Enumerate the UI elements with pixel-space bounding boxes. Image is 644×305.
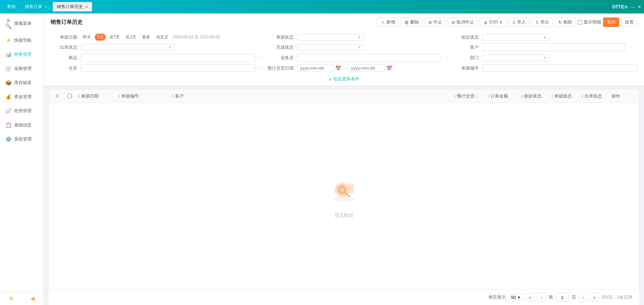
salesperson-filter-label: 业务员 xyxy=(267,55,297,61)
customer-more-icon[interactable]: ··· xyxy=(628,44,637,51)
topbar-close[interactable]: ✕ xyxy=(638,4,641,9)
sidebar-item-quick-nav[interactable]: ⚡ 快捷导航 xyxy=(0,33,43,47)
first-page-button[interactable]: « xyxy=(526,293,534,302)
show-detail-checkbox[interactable]: 显示明细 xyxy=(578,19,601,25)
date-1month[interactable]: 近1月 xyxy=(123,34,138,41)
dept-field: ▼ xyxy=(482,54,637,61)
col-header-amount[interactable]: ↕ 订单金额 xyxy=(485,93,519,99)
prev-page-icon: ‹ xyxy=(541,295,542,300)
sidebar-item-purchase-mgmt[interactable]: 🛒 采购管理 xyxy=(0,62,43,76)
per-page-select[interactable]: 50 ▼ xyxy=(509,294,523,301)
sidebar-item-search-menu[interactable]: ≡🔍 搜索菜单 xyxy=(0,13,43,33)
salesperson-more-icon[interactable]: ··· xyxy=(442,54,452,62)
out-status-field: ▼ xyxy=(81,44,267,51)
delivery-end-input[interactable] xyxy=(348,64,385,72)
delete-button[interactable]: 🗑 删除 xyxy=(401,17,423,27)
col-delivery-label: ↕ 预计交货... xyxy=(454,93,478,99)
query-button[interactable]: 查询 xyxy=(603,17,619,27)
warehouse-input[interactable] xyxy=(81,64,255,72)
complete-status-select[interactable]: ▼ xyxy=(297,44,364,51)
page-number-input[interactable] xyxy=(556,293,569,302)
pay-status-field: ▼ xyxy=(482,34,637,41)
goods-more-icon[interactable]: ··· xyxy=(257,54,267,62)
export-button[interactable]: ⇧ 导出 xyxy=(531,17,553,27)
sidebar-settings-icon[interactable]: ⚙ xyxy=(9,295,13,302)
select-all-input[interactable] xyxy=(68,94,72,98)
goods-input[interactable] xyxy=(81,54,255,62)
cancel-stop-label: 取消中止 xyxy=(457,19,474,25)
filter-row-2: 出库状态 ▼ 完成状态 ▼ 客户 xyxy=(50,43,637,51)
import-button[interactable]: ⇩ 导入 xyxy=(508,17,529,27)
show-detail-input[interactable] xyxy=(578,20,582,25)
date-yesterday[interactable]: 昨天 xyxy=(81,34,93,41)
col-header-delivery[interactable]: ↕ 预计交货... xyxy=(452,93,485,99)
page-label: 页 xyxy=(572,294,576,300)
salesperson-input[interactable] xyxy=(297,54,440,62)
date-filter-field: 昨天 3天 近7天 近1月 更多 自定义 2023-06-02 至 2023-0… xyxy=(81,34,267,41)
next-page-button[interactable]: › xyxy=(579,293,588,302)
col-header-customer[interactable]: ↕ 客户 xyxy=(170,93,452,99)
new-button[interactable]: ＋ 新增 xyxy=(377,17,399,27)
print-button[interactable]: 🖨 打印 ▼ xyxy=(480,17,506,27)
col-header-out-status[interactable]: ↕ 出库状态 xyxy=(579,93,609,99)
delivery-end-calendar-icon[interactable]: 📅 xyxy=(386,66,392,71)
date-custom[interactable]: 自定义 xyxy=(154,34,171,41)
sidebar-item-ops-mgmt[interactable]: 📈 经营管理 xyxy=(0,104,43,118)
sidebar-item-sys-mgmt[interactable]: ⚙️ 系统管理 xyxy=(0,132,43,146)
col-header-number[interactable]: ↕ 单据编号 xyxy=(116,93,170,99)
settings-button[interactable]: 设置 xyxy=(621,17,637,27)
delivery-start-input[interactable] xyxy=(297,64,334,72)
delete-icon: 🗑 xyxy=(404,20,409,25)
delivery-date-field: 📅 — 📅 xyxy=(297,64,452,72)
sidebar-collapse-icon[interactable]: ◀ xyxy=(31,295,35,302)
pay-status-select[interactable]: ▼ xyxy=(482,34,549,41)
bill-status-select[interactable]: ▼ xyxy=(297,34,364,41)
col-header-pay-status[interactable]: ↕ 收款状态 xyxy=(519,93,549,99)
date-3days[interactable]: 3天 xyxy=(95,34,106,41)
warehouse-filter-label: 仓库 xyxy=(50,65,81,71)
warehouse-more-icon[interactable]: ··· xyxy=(257,65,267,72)
sidebar-item-fund-mgmt[interactable]: 💰 资金管理 xyxy=(0,90,43,104)
sidebar-item-inventory-mgmt[interactable]: 📦 库存核算 xyxy=(0,76,43,90)
new-icon: ＋ xyxy=(381,19,385,25)
dept-select[interactable]: ▼ xyxy=(482,54,549,61)
stop-button[interactable]: ⊘ 中止 xyxy=(425,17,446,27)
cancel-stop-button[interactable]: ⊘ 取消中止 xyxy=(448,17,478,27)
out-status-select[interactable]: ▼ xyxy=(81,44,175,51)
table-header: ⚙ ↕ 单据日期 ↕ 单据编号 ↕ 客户 ↕ 预计交货... ↕ 订单金额 xyxy=(49,89,639,103)
filter-collapse-row[interactable]: ∧ 收起更多条件 xyxy=(50,75,637,83)
delivery-date-group: 📅 — 📅 xyxy=(297,64,392,72)
col-header-bill-status[interactable]: ↕ 单据状态 xyxy=(549,93,579,99)
settings-label: 设置 xyxy=(625,19,634,25)
export-label: 导出 xyxy=(540,19,549,25)
col-ops-label: 操作 xyxy=(611,93,620,99)
select-all-checkbox[interactable] xyxy=(63,94,76,98)
date-7days[interactable]: 近7天 xyxy=(107,34,122,41)
empty-illustration xyxy=(327,174,361,207)
delivery-start-calendar-icon[interactable]: 📅 xyxy=(335,66,341,71)
col-header-date[interactable]: ↕ 单据日期 xyxy=(76,93,116,99)
tab-sales-order-history[interactable]: 销售订单历史 ✕ xyxy=(53,2,92,11)
collapse-label: 收起更多条件 xyxy=(333,76,359,82)
quick-nav-icon: ⚡ xyxy=(5,37,11,43)
topbar-minimize[interactable]: — xyxy=(631,4,635,9)
column-settings-icon[interactable]: ⚙ xyxy=(51,93,63,99)
print-icon: 🖨 xyxy=(483,20,488,25)
col-customer-label: ↕ 客户 xyxy=(172,93,184,99)
export-icon: ⇧ xyxy=(535,20,539,25)
sidebar-item-base-info[interactable]: 📋 基础信息 xyxy=(0,118,43,132)
dept-chevron-icon: ▼ xyxy=(543,56,547,60)
sales-mgmt-icon: 📊 xyxy=(5,51,11,58)
prev-page-button[interactable]: ‹ xyxy=(537,293,546,302)
bill-no-input[interactable] xyxy=(482,64,637,72)
customer-input[interactable] xyxy=(482,43,626,51)
last-page-button[interactable]: » xyxy=(590,293,599,302)
refresh-button[interactable]: ↻ 刷新 xyxy=(555,17,576,27)
sidebar-item-sales-mgmt[interactable]: 📊 销售管理 xyxy=(0,47,43,62)
brand-logo: OfTEn xyxy=(612,4,628,9)
tab-home[interactable]: 查询 xyxy=(3,2,19,11)
tab-sales-order-close[interactable]: ✕ xyxy=(44,5,47,9)
tab-sales-order-history-close[interactable]: ✕ xyxy=(85,5,88,9)
date-more[interactable]: 更多 xyxy=(140,34,153,41)
tab-sales-order[interactable]: 销售订单 ✕ xyxy=(21,2,51,11)
